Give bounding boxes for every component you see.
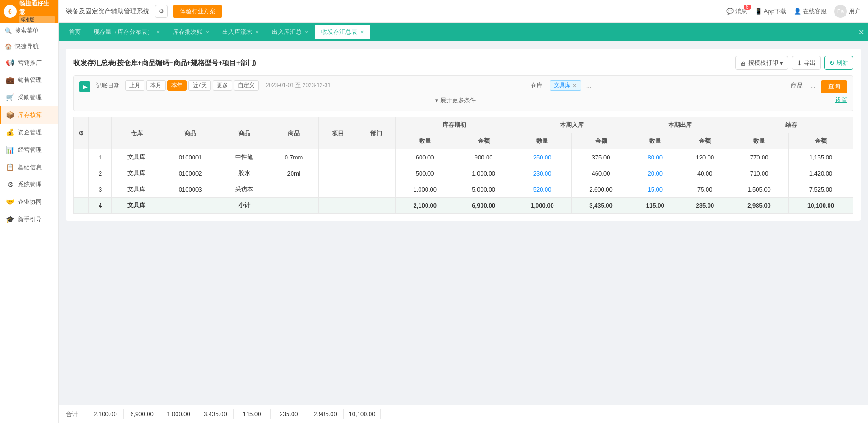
row-goods-code: 0100002 xyxy=(161,165,220,181)
row-project xyxy=(319,149,357,165)
close-all-tabs-button[interactable]: ✕ xyxy=(858,28,864,37)
filter-row-1: 记账日期 上月 本月 本年 近7天 更多 自定义 2023-01-01 至 20… xyxy=(96,80,815,91)
row-out-qty[interactable]: 115.00 xyxy=(630,198,680,214)
print-button[interactable]: 🖨 按模板打印 ▾ xyxy=(735,56,788,70)
export-button[interactable]: ⬇ 导出 xyxy=(792,56,821,70)
guide-icon: 🎓 xyxy=(6,215,14,224)
row-bal-amt: 7,525.00 xyxy=(789,181,853,198)
date-btn-this-month[interactable]: 本月 xyxy=(146,80,166,91)
page-header: 收发存汇总表(按仓库+商品编码+商品+规格型号+项目+部门) 🖨 按模板打印 ▾… xyxy=(73,56,853,70)
row-settings[interactable] xyxy=(74,165,89,181)
row-out-qty[interactable]: 80.00 xyxy=(630,149,680,165)
warehouse-more-button[interactable]: ... xyxy=(586,82,592,89)
sidebar-item-enterprise[interactable]: 🤝 企业协同 xyxy=(0,193,58,211)
row-in-qty[interactable]: 250.00 xyxy=(513,149,572,165)
bottom-totals: 2,100.00 6,900.00 1,000.00 3,435.00 115.… xyxy=(87,409,861,419)
row-open-amt: 5,000.00 xyxy=(454,181,513,198)
sidebar-item-purchase[interactable]: 🛒 采购管理 xyxy=(0,89,58,106)
sidebar-item-guide[interactable]: 🎓 新手引导 xyxy=(0,211,58,228)
th-bal-amt: 金额 xyxy=(789,133,853,149)
export-icon: ⬇ xyxy=(797,60,802,66)
row-settings[interactable] xyxy=(74,181,89,198)
th-goods-spec: 商品 xyxy=(269,117,319,149)
download-icon: 📱 xyxy=(755,8,762,15)
warehouse-tag-close[interactable]: ✕ xyxy=(572,82,577,89)
date-btn-this-year[interactable]: 本年 xyxy=(167,80,187,91)
top-header: 装备及固定资产辅助管理系统 ⚙ 体验行业方案 💬 消息 6 📱 App下载 👤 … xyxy=(59,0,868,23)
row-goods-code: 0100001 xyxy=(161,149,220,165)
row-goods-spec: 20ml xyxy=(269,165,319,181)
row-settings[interactable] xyxy=(74,149,89,165)
data-table: ⚙ 仓库 商品 商品 商品 项目 部门 库存期初 本期入库 本期出库 结存 xyxy=(73,117,853,214)
row-out-amt: 40.00 xyxy=(680,165,730,181)
header-settings-button[interactable]: ⚙ xyxy=(155,5,168,18)
row-no: 1 xyxy=(89,149,112,165)
sidebar-item-finance[interactable]: 💰 资金管理 xyxy=(0,124,58,141)
tab-close-inout-summary[interactable]: ✕ xyxy=(304,29,309,35)
query-button[interactable]: 查询 xyxy=(821,80,847,93)
row-open-qty: 1,000.00 xyxy=(396,181,454,198)
tab-home[interactable]: 首页 xyxy=(62,25,87,39)
row-warehouse: 文具库 xyxy=(112,181,161,198)
sidebar-item-sales[interactable]: 💼 销售管理 xyxy=(0,71,58,89)
row-out-qty[interactable]: 20.00 xyxy=(630,165,680,181)
row-warehouse: 文具库 xyxy=(112,165,161,181)
tab-inout-flow[interactable]: 出入库流水 ✕ xyxy=(216,25,265,39)
message-button[interactable]: 💬 消息 6 xyxy=(726,7,747,16)
date-btn-custom[interactable]: 自定义 xyxy=(234,80,259,91)
marketing-icon: 📢 xyxy=(6,59,14,67)
date-btn-last-month[interactable]: 上月 xyxy=(125,80,144,91)
row-in-qty[interactable]: 1,000.00 xyxy=(513,198,572,214)
row-out-amt: 75.00 xyxy=(680,181,730,198)
trial-button[interactable]: 体验行业方案 xyxy=(173,5,222,18)
tab-close-inout-flow[interactable]: ✕ xyxy=(255,29,259,35)
settings-link[interactable]: 设置 xyxy=(835,96,847,104)
th-out: 本期出库 xyxy=(630,117,730,133)
tab-close-batch[interactable]: ✕ xyxy=(205,29,210,35)
date-range-text: 2023-01-01 至 2023-12-31 xyxy=(266,82,331,89)
sidebar-item-basic-info[interactable]: 📋 基础信息 xyxy=(0,159,58,176)
warehouse-filter-label: 仓库 xyxy=(531,82,542,90)
row-bal-amt: 1,420.00 xyxy=(789,165,853,181)
sidebar-item-management[interactable]: 📊 经营管理 xyxy=(0,141,58,159)
sidebar-item-system[interactable]: ⚙ 系统管理 xyxy=(0,176,58,193)
sidebar-item-inventory[interactable]: 📦 库存核算 xyxy=(0,106,58,124)
sidebar-item-marketing[interactable]: 📢 营销推广 xyxy=(0,54,58,71)
app-download-button[interactable]: 📱 App下载 xyxy=(755,7,786,16)
user-menu[interactable]: Ea 用户 xyxy=(834,5,861,18)
system-title: 装备及固定资产辅助管理系统 xyxy=(66,7,149,16)
row-goods-spec xyxy=(269,198,319,214)
row-goods-code: 0100003 xyxy=(161,181,220,198)
inventory-icon: 📦 xyxy=(6,111,14,119)
expand-conditions-button[interactable]: ▾ 展开更多条件 xyxy=(431,94,480,106)
sidebar-quick-nav[interactable]: 🏠 快捷导航 xyxy=(0,38,58,54)
online-service-button[interactable]: 👤 在线客服 xyxy=(794,7,827,16)
refresh-button[interactable]: ↻ 刷新 xyxy=(824,56,853,70)
table-row: 4文具库小计2,100.006,900.001,000.003,435.0011… xyxy=(74,198,853,214)
date-btn-more[interactable]: 更多 xyxy=(213,80,232,91)
row-out-qty[interactable]: 15.00 xyxy=(630,181,680,198)
tab-close-inventory-dist[interactable]: ✕ xyxy=(156,29,160,35)
tab-batch[interactable]: 库存批次账 ✕ xyxy=(166,25,216,39)
tab-inout-summary[interactable]: 出入库汇总 ✕ xyxy=(265,25,315,39)
row-in-amt: 2,600.00 xyxy=(572,181,630,198)
tab-close-receive-send[interactable]: ✕ xyxy=(360,29,364,35)
date-btn-7days[interactable]: 近7天 xyxy=(188,80,211,91)
header-left: 装备及固定资产辅助管理系统 ⚙ 体验行业方案 xyxy=(66,5,222,18)
filter-collapse-button[interactable]: ▶ xyxy=(79,81,90,92)
goods-more-button[interactable]: ... xyxy=(810,82,815,89)
home-icon: 🏠 xyxy=(5,43,12,50)
row-settings[interactable] xyxy=(74,198,89,214)
th-in: 本期入库 xyxy=(513,117,630,133)
filter-row-2: ▾ 展开更多条件 xyxy=(96,94,815,106)
row-open-amt: 6,900.00 xyxy=(454,198,513,214)
tab-inventory-dist[interactable]: 现存量（库存分布表） ✕ xyxy=(87,25,166,39)
row-no: 3 xyxy=(89,181,112,198)
row-in-qty[interactable]: 520.00 xyxy=(513,181,572,198)
row-in-qty[interactable]: 230.00 xyxy=(513,165,572,181)
tab-receive-send-summary[interactable]: 收发存汇总表 ✕ xyxy=(315,25,370,39)
total-bal-qty: 2,985.00 xyxy=(307,409,344,419)
sidebar-search[interactable]: 🔍 搜索菜单 xyxy=(0,23,58,38)
th-bal-qty: 数量 xyxy=(730,133,789,149)
table-settings-col[interactable]: ⚙ xyxy=(74,117,89,149)
